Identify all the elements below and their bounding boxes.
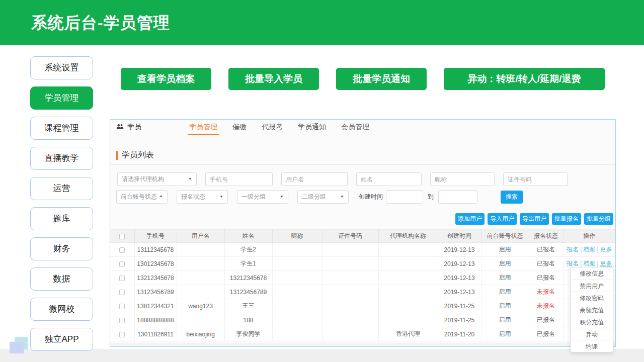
context-menu-item-0[interactable]: 修改信息 (571, 267, 613, 280)
row-op-link-1[interactable]: 档案 (583, 246, 595, 253)
filter-input-2[interactable] (281, 172, 348, 186)
sidebar-item-3[interactable]: 直播教学 (30, 147, 93, 170)
cell-id_number (322, 243, 378, 257)
quick-action-button-1[interactable]: 批量导入学员 (228, 68, 319, 90)
context-menu-item-4[interactable]: 积分充值 (571, 316, 613, 328)
cell-name: 学生1 (224, 257, 272, 271)
cell-nickname (272, 299, 322, 313)
sidebar-item-8[interactable]: 微网校 (30, 298, 93, 321)
tab-1[interactable]: 催缴 (231, 120, 248, 135)
sidebar-item-2[interactable]: 课程管理 (30, 117, 93, 140)
row-op-link-2[interactable]: 更多 (600, 260, 612, 267)
context-menu-item-6[interactable]: 约课 (571, 340, 613, 352)
table-action-button-4[interactable]: 批量分组 (584, 213, 613, 225)
cell-account_status: 启用 (481, 285, 529, 299)
table-action-button-2[interactable]: 导出用户 (520, 213, 549, 225)
context-menu-item-2[interactable]: 修改密码 (571, 292, 613, 304)
cell-name: 李俊同学 (224, 327, 272, 341)
row-checkbox-cell (110, 313, 134, 327)
filter-row-2: 前台账号状态▼报名状态▼一级分组▼二级分组▼ 创建时间 到 搜索 (116, 190, 523, 204)
op-link-separator: | (597, 260, 598, 267)
row-op-link-0[interactable]: 报名 (567, 260, 579, 267)
cell-username (177, 271, 224, 285)
filter2-select-placeholder: 一级分组 (242, 193, 266, 201)
quick-action-button-3[interactable]: 异动：转班/转人/延期/退费 (444, 68, 605, 90)
cell-operations: 报名|档案|更多 (563, 243, 615, 257)
quick-action-button-2[interactable]: 批量学员通知 (336, 68, 427, 90)
filter2-select-1[interactable]: 报名状态▼ (177, 190, 228, 204)
sidebar-item-4[interactable]: 运营 (30, 177, 93, 200)
cell-signup-status: 已报名 (529, 327, 563, 341)
cell-signup-status: 已报名 (529, 271, 563, 285)
table-action-button-3[interactable]: 批量报名 (552, 213, 581, 225)
sidebar-item-7[interactable]: 数据 (30, 267, 93, 291)
row-checkbox[interactable] (119, 276, 125, 281)
row-checkbox[interactable] (119, 261, 125, 267)
quick-action-button-0[interactable]: 查看学员档案 (121, 68, 211, 90)
table-column-header: 用户名 (177, 230, 224, 243)
cell-created: 2019-11-20 (438, 327, 481, 341)
created-date-from-input[interactable] (386, 190, 423, 204)
context-menu-item-3[interactable]: 余额充值 (571, 304, 613, 316)
op-link-separator: | (580, 260, 582, 267)
table-body: 13112345678学生22019-12-13启用已报名报名|档案|更多130… (110, 243, 615, 341)
chevron-down-icon: ▼ (280, 195, 284, 199)
panel-tabs: 学员管理催缴代报考学员通知会员管理 (188, 120, 371, 135)
decor-square-lavender (10, 342, 24, 353)
sidebar-item-0[interactable]: 系统设置 (30, 56, 93, 79)
row-checkbox[interactable] (119, 332, 125, 337)
row-op-link-1[interactable]: 档案 (583, 260, 595, 267)
row-op-link-0[interactable]: 报名 (567, 246, 579, 253)
filter-input-5[interactable] (503, 172, 568, 186)
cell-name: 13212345678 (224, 271, 272, 285)
section-title-accent-bar (116, 151, 118, 160)
tab-0[interactable]: 学员管理 (188, 120, 219, 135)
table-header-row: 手机号用户名姓名昵称证件号码代理机构名称创建时间前台账号状态报名状态操作 (110, 230, 615, 243)
search-button[interactable]: 搜索 (501, 191, 523, 204)
sidebar-item-9[interactable]: 独立APP (30, 328, 93, 351)
filter2-select-2[interactable]: 一级分组▼ (237, 190, 288, 204)
row-checkbox[interactable] (119, 247, 125, 253)
filter-input-4[interactable] (430, 172, 495, 186)
filter2-select-3[interactable]: 二级分组▼ (297, 190, 349, 204)
table-column-header: 操作 (563, 230, 615, 243)
table-row: 13212345678132123456782019-12-13启用已报名 (110, 271, 615, 285)
tab-2[interactable]: 代报考 (260, 120, 284, 135)
select-all-checkbox[interactable] (119, 234, 125, 239)
filter-input-1[interactable] (205, 172, 273, 186)
tab-3[interactable]: 学员通知 (296, 120, 328, 135)
row-op-link-2[interactable]: 更多 (600, 246, 612, 253)
row-checkbox[interactable] (119, 290, 125, 295)
cell-agency (378, 313, 438, 327)
filter-input-3[interactable] (356, 172, 422, 186)
table-action-button-1[interactable]: 导入用户 (488, 213, 517, 225)
cell-signup-status: 已报名 (529, 243, 563, 257)
created-date-label: 创建时间 (359, 193, 383, 201)
table-column-header: 姓名 (224, 230, 272, 243)
tab-4[interactable]: 会员管理 (340, 120, 371, 135)
sidebar: 系统设置学员管理课程管理直播教学运营题库财务数据微网校独立APP (30, 56, 93, 358)
quick-actions: 查看学员档案批量导入学员批量学员通知异动：转班/转人/延期/退费 (121, 68, 605, 90)
cell-phone: 13123456789 (134, 285, 177, 299)
cell-agency (378, 243, 438, 257)
row-checkbox[interactable] (119, 318, 125, 323)
context-menu-item-5[interactable]: 异动 (571, 328, 613, 340)
chevron-down-icon: ▼ (188, 177, 192, 181)
filter-select-0[interactable]: 请选择代理机构▼ (117, 172, 197, 186)
filter2-select-0[interactable]: 前台账号状态▼ (116, 190, 168, 204)
cell-account_status: 启用 (481, 313, 529, 327)
cell-id_number (322, 257, 378, 271)
cell-nickname (272, 271, 322, 285)
created-date-to-input[interactable] (438, 190, 477, 204)
context-menu-item-1[interactable]: 禁用用户 (571, 280, 613, 292)
chevron-down-icon: ▼ (340, 195, 344, 199)
op-link-separator: | (580, 246, 582, 253)
row-checkbox[interactable] (119, 304, 125, 309)
table-action-button-0[interactable]: 添加用户 (455, 213, 485, 225)
table-row: 188888888881882019-11-25启用已报名 (110, 313, 615, 327)
sidebar-item-1[interactable]: 学员管理 (30, 86, 93, 110)
cell-name: 王三 (224, 299, 272, 313)
cell-phone: 13812344321 (134, 299, 177, 313)
sidebar-item-6[interactable]: 财务 (30, 237, 93, 260)
sidebar-item-5[interactable]: 题库 (30, 207, 93, 230)
